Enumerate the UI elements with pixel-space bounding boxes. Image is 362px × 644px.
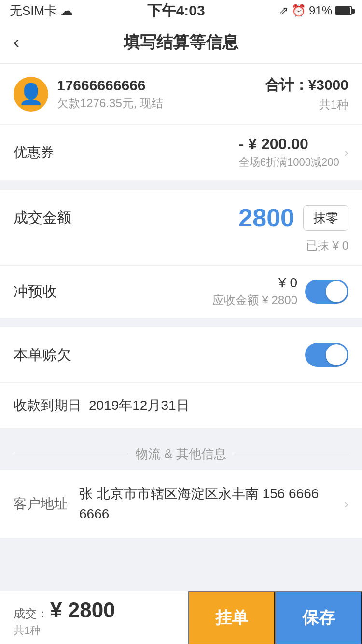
battery-indicator	[335, 6, 352, 15]
customer-row: 👤 17666666666 欠款1276.35元, 现结 合计：¥3000 共1…	[0, 64, 362, 124]
amount-section: 成交金额 2800 抹零 已抹 ¥ 0 冲预收 ¥ 0 应收金额 ¥ 2800	[0, 190, 362, 318]
prereceive-sub: 应收金额 ¥ 2800	[212, 293, 297, 308]
back-button[interactable]: ‹	[14, 32, 19, 53]
amount-row: 成交金额 2800 抹零	[0, 190, 362, 238]
debt-row: 本单赊欠	[0, 327, 362, 382]
logistics-divider: 物流 & 其他信息	[0, 446, 362, 462]
amount-right: 2800 抹零	[238, 203, 348, 232]
coupon-right: - ¥ 200.00 全场6折满1000减200 ›	[239, 135, 348, 169]
status-time: 下午4:03	[147, 1, 205, 21]
prereceive-right: ¥ 0 应收金额 ¥ 2800	[212, 275, 348, 308]
customer-debt: 欠款1276.35元, 现结	[57, 96, 163, 111]
prereceive-values: ¥ 0 应收金额 ¥ 2800	[212, 275, 297, 308]
duedate-row: 收款到期日 2019年12月31日	[0, 382, 362, 428]
battery-icon: ⇗	[279, 4, 289, 17]
debt-label: 本单赊欠	[14, 345, 71, 365]
coupon-row[interactable]: 优惠券 - ¥ 200.00 全场6折满1000减200 ›	[0, 124, 362, 180]
avatar: 👤	[14, 77, 48, 112]
status-left: 无SIM卡 ☁	[10, 2, 73, 19]
round-button[interactable]: 抹零	[303, 205, 348, 231]
rounded-sub: 已抹 ¥ 0	[0, 238, 362, 265]
status-right: ⇗ ⏰ 91%	[279, 4, 352, 17]
customer-phone: 17666666666	[57, 77, 163, 94]
address-row[interactable]: 客户地址 张 北京市市辖区海淀区永丰南 156 6666 6666 ›	[0, 470, 362, 538]
duedate-label: 收款到期日	[14, 396, 81, 415]
avatar-icon: 👤	[18, 82, 43, 106]
prereceive-toggle[interactable]	[305, 280, 348, 304]
bottom-bar: 成交： ¥ 2800 共1种 挂单 保存	[0, 591, 362, 644]
status-bar: 无SIM卡 ☁ 下午4:03 ⇗ ⏰ 91%	[0, 0, 362, 21]
prereceive-row: 冲预收 ¥ 0 应收金额 ¥ 2800	[0, 265, 362, 318]
total-amount: 合计：¥3000	[265, 75, 348, 95]
page-title: 填写结算等信息	[124, 31, 238, 54]
save-button[interactable]: 保存	[275, 591, 362, 644]
customer-left: 👤 17666666666 欠款1276.35元, 现结	[14, 77, 163, 112]
prereceive-amount: ¥ 0	[212, 275, 297, 291]
total-count: 共1种	[265, 97, 348, 112]
deal-label: 成交：	[14, 606, 48, 621]
coupon-discount: - ¥ 200.00	[239, 135, 339, 153]
customer-total: 合计：¥3000 共1种	[265, 75, 348, 112]
chevron-right-icon: ›	[344, 145, 348, 160]
coupon-label: 优惠券	[14, 143, 54, 162]
address-value: 张 北京市市辖区海淀区永丰南 156 6666 6666	[79, 484, 338, 524]
clock-icon: ⏰	[292, 4, 306, 17]
deal-count: 共1种	[14, 623, 175, 638]
debt-toggle-knob	[326, 344, 347, 365]
logistics-divider-section: 物流 & 其他信息	[0, 438, 362, 470]
logistics-label: 物流 & 其他信息	[136, 446, 226, 462]
address-label: 客户地址	[14, 495, 68, 513]
duedate-value: 2019年12月31日	[89, 396, 190, 415]
divider-line-left	[14, 454, 128, 454]
pending-button[interactable]: 挂单	[188, 591, 275, 644]
sim-label: 无SIM卡 ☁	[10, 2, 73, 19]
divider-line-right	[234, 454, 348, 454]
toggle-knob	[326, 281, 347, 302]
customer-info: 17666666666 欠款1276.35元, 现结	[57, 77, 163, 111]
amount-value: 2800	[238, 203, 294, 232]
coupon-description: 全场6折满1000减200	[239, 155, 339, 169]
deal-amount: ¥ 2800	[50, 598, 115, 622]
battery-level: 91%	[309, 4, 332, 17]
bottom-info: 成交： ¥ 2800 共1种	[0, 598, 188, 638]
debt-toggle[interactable]	[305, 343, 348, 367]
nav-bar: ‹ 填写结算等信息	[0, 21, 362, 64]
customer-card: 👤 17666666666 欠款1276.35元, 现结 合计：¥3000 共1…	[0, 64, 362, 180]
prereceive-label: 冲预收	[14, 282, 57, 302]
amount-label: 成交金额	[14, 208, 71, 228]
address-chevron-icon: ›	[344, 496, 348, 512]
debt-card: 本单赊欠 收款到期日 2019年12月31日	[0, 327, 362, 428]
